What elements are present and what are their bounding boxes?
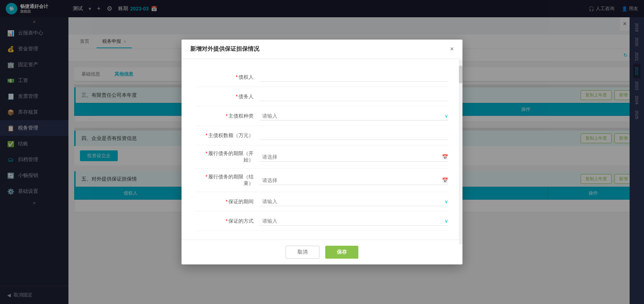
modal-footer: 取消 保存 [182,240,462,264]
input-creditor[interactable] [259,73,448,82]
input-period-start[interactable] [259,153,442,161]
input-period-end[interactable] [259,176,442,185]
input-debtor[interactable] [259,92,448,101]
chevron-down-icon: ∨ [444,113,448,119]
modal-title: 新增对外提供保证担保情况 [190,45,259,53]
cancel-button[interactable]: 取消 [286,246,319,259]
field-debtor: *债务人 [196,87,448,106]
date-wrapper-end: 📅 [259,176,448,185]
field-debt-amount: *主债权数额（万元） [196,126,448,145]
date-wrapper-start: 📅 [259,153,448,162]
modal-dialog: 新增对外提供保证担保情况 × *债权人 *债务人 *主债权种类 [182,40,462,264]
label-debt-type: *主债权种类 [196,113,254,119]
label-period-end: *履行债务的期限（结束） [196,174,254,187]
field-debt-type: *主债权种类 ∨ [196,106,448,126]
field-period-end: *履行债务的期限（结束） 📅 [196,169,448,192]
field-period-start: *履行债务的期限（开始） 📅 [196,145,448,169]
modal-overlay: 新增对外提供保证担保情况 × *债权人 *债务人 *主债权种类 [0,0,644,304]
modal-close-button[interactable]: × [450,45,454,53]
input-debt-amount[interactable] [259,131,448,140]
chevron-down-icon-2: ∨ [444,199,448,204]
select-guarantee-method[interactable] [259,217,444,225]
label-debt-amount: *主债权数额（万元） [196,132,254,139]
select-debt-type[interactable] [259,112,444,120]
chevron-down-icon-3: ∨ [444,218,448,224]
save-button[interactable]: 保存 [325,246,358,259]
modal-header: 新增对外提供保证担保情况 × [182,40,462,59]
modal-scrollbar[interactable] [459,60,462,244]
label-debtor: *债务人 [196,94,254,100]
modal-body: *债权人 *债务人 *主债权种类 ∨ [182,59,462,240]
calendar-start-icon[interactable]: 📅 [442,154,448,160]
field-creditor: *债权人 [196,68,448,87]
select-wrapper-debt-type: ∨ [259,112,448,121]
select-wrapper-guarantee-method: ∨ [259,217,448,226]
field-guarantee-method: *保证的方式 ∨ [196,212,448,231]
select-guarantee-period[interactable] [259,197,444,206]
modal-scrollbar-thumb [459,65,462,83]
label-creditor: *债权人 [196,74,254,81]
calendar-end-icon[interactable]: 📅 [442,177,448,183]
label-period-start: *履行债务的期限（开始） [196,150,254,163]
field-guarantee-period: *保证的期间 ∨ [196,192,448,212]
label-guarantee-method: *保证的方式 [196,218,254,224]
label-guarantee-period: *保证的期间 [196,199,254,205]
select-wrapper-guarantee-period: ∨ [259,197,448,206]
